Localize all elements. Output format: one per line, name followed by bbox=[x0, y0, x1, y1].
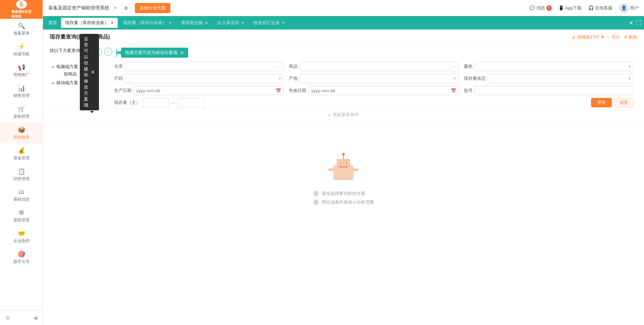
tab-close-all-btn[interactable]: ✕ bbox=[629, 20, 633, 26]
tooltip-dark-close[interactable]: ✕ bbox=[91, 69, 95, 75]
filter-label: 按以下方案查询 bbox=[50, 48, 80, 54]
expiry-date-input[interactable] bbox=[309, 86, 448, 95]
app-download-action[interactable]: 📱 App下载 bbox=[558, 5, 582, 11]
production-date-wrap: 📅 bbox=[133, 86, 283, 95]
settings-icon[interactable]: ⚙ bbox=[5, 315, 10, 321]
inventory-icon: 📦 bbox=[18, 126, 25, 133]
search-button[interactable]: 查询 bbox=[591, 98, 612, 107]
tab-close-inventory-dist[interactable]: ✕ bbox=[169, 21, 172, 25]
goods-dots-btn[interactable]: ··· bbox=[450, 62, 458, 71]
filter-section: 按以下方案查询 + 这里可以创建和修改方案哦 ✕ bbox=[43, 44, 644, 124]
stock-main-from-input[interactable] bbox=[143, 98, 169, 107]
sidebar-item-operation[interactable]: 📋 经营管理 bbox=[0, 164, 43, 185]
sidebar-item-company[interactable]: 🤝 企业协同 bbox=[0, 226, 43, 247]
sidebar-item-basic[interactable]: 🗂 基础信息 bbox=[0, 185, 43, 206]
sidebar-item-marketing[interactable]: 📢 营销推广 bbox=[0, 60, 43, 81]
filter-row-4: 现存量（主） — 查询 设置 bbox=[114, 98, 633, 107]
stock-main-label: 现存量（主） bbox=[114, 100, 140, 106]
page-header-actions: 🖨 按模板打印 ▼ ↑ 导出 ↺ 刷新 bbox=[572, 34, 637, 40]
warehouse-label: 仓库 bbox=[114, 63, 123, 69]
tab-close-inout-flow[interactable]: ✕ bbox=[241, 21, 244, 25]
system-icon: ⚙ bbox=[19, 209, 24, 216]
guide-icon: 🎯 bbox=[18, 251, 25, 258]
size-select-wrap: ▼ bbox=[125, 74, 283, 83]
expiry-date-cal-btn[interactable]: 📅 bbox=[448, 86, 458, 95]
experience-button[interactable]: 体验行业方案 bbox=[135, 3, 170, 13]
add-scheme-btn[interactable]: + 这里可以创建和修改方案哦 ✕ bbox=[83, 48, 91, 56]
message-action[interactable]: 💬 消息 9 bbox=[530, 5, 552, 11]
refresh-btn[interactable]: ↺ 刷新 bbox=[624, 34, 637, 40]
data-area: 1 请先选择要分析的方案 2 用过滤条件来缩小分析范围 bbox=[43, 124, 644, 232]
tab-batch-account[interactable]: 库存批次账 ✕ bbox=[177, 18, 212, 28]
goods-input[interactable] bbox=[300, 62, 450, 71]
tooltip-dark-container: 这里可以创建和修改方案哦 ✕ bbox=[80, 34, 99, 110]
tab-inventory-dist[interactable]: 现存量（库存分布表） ✕ bbox=[119, 18, 176, 28]
color-select-wrap: ▼ bbox=[475, 62, 633, 71]
tooltip-green-close[interactable]: ✕ bbox=[180, 50, 184, 55]
message-badge: 9 bbox=[546, 5, 552, 11]
warehouse-input[interactable] bbox=[125, 62, 275, 71]
stock-main-to-input[interactable] bbox=[178, 98, 204, 107]
inventory-status-select[interactable] bbox=[488, 74, 633, 83]
tab-close-inventory-status[interactable]: ✕ bbox=[111, 21, 114, 25]
batch-no-label: 批号 bbox=[464, 88, 473, 94]
sidebar-item-quick-nav[interactable]: ⚡ 快速导航 bbox=[0, 40, 43, 60]
empty-state: 1 请先选择要分析的方案 2 用过滤条件来缩小分析范围 bbox=[43, 125, 644, 232]
batch-no-input[interactable] bbox=[475, 86, 633, 95]
collapse-arrow-icon: ∧ bbox=[328, 112, 331, 117]
production-date-cal-btn[interactable]: 📅 bbox=[273, 86, 283, 95]
collapse-sidebar-icon[interactable]: ◀ bbox=[33, 315, 37, 321]
size-select[interactable] bbox=[125, 74, 283, 83]
collapse-row[interactable]: ∧ 收起更多条件 bbox=[50, 109, 637, 120]
print-btn[interactable]: 🖨 按模板打印 ▼ bbox=[572, 34, 605, 40]
header-right: 💬 消息 9 📱 App下载 🎧 在线客服 👤 用户 bbox=[530, 3, 639, 13]
stock-main-to-wrap bbox=[177, 98, 204, 107]
tab-home[interactable]: 首页 bbox=[46, 20, 60, 26]
production-date-label: 生产日期 bbox=[114, 88, 131, 94]
field-batch-no: 批号 bbox=[464, 86, 633, 95]
size-label: 尺码 bbox=[114, 75, 123, 82]
reset-button[interactable]: 设置 bbox=[614, 98, 633, 107]
tab-inventory-status[interactable]: 现存量（库存状况表） ✕ bbox=[61, 18, 118, 28]
sidebar-item-sales[interactable]: 📊 销售管理 bbox=[0, 81, 43, 102]
svg-point-4 bbox=[339, 162, 341, 164]
sidebar-item-search[interactable]: 🔍 搜索菜单 bbox=[0, 19, 43, 40]
sidebar-footer: ⚙ ◀ bbox=[0, 310, 43, 325]
empty-tips: 1 请先选择要分析的方案 2 用过滤条件来缩小分析范围 bbox=[313, 191, 374, 205]
warehouse-dots-btn[interactable]: ··· bbox=[275, 62, 283, 71]
online-service-action[interactable]: 🎧 在线客服 bbox=[588, 5, 612, 11]
svg-point-5 bbox=[345, 162, 347, 164]
tab-close-receive-summary[interactable]: ✕ bbox=[282, 21, 285, 25]
filter-row-2: 尺码 ▼ 产地 bbox=[114, 74, 633, 83]
empty-illustration bbox=[327, 152, 360, 185]
production-date-input[interactable] bbox=[134, 86, 273, 95]
origin-select[interactable] bbox=[300, 74, 458, 83]
mobile-icon: 📱 bbox=[558, 5, 564, 10]
tip-num-2: 2 bbox=[313, 199, 319, 205]
back-scheme-btn[interactable]: ← bbox=[104, 48, 112, 56]
stock-main-from-wrap bbox=[142, 98, 169, 107]
tab-maximize-btn[interactable]: ⛶ bbox=[636, 20, 641, 26]
sidebar-item-inventory[interactable]: 📦 库存核算 bbox=[0, 123, 43, 144]
field-warehouse: 仓库 ··· bbox=[114, 62, 283, 71]
color-select[interactable] bbox=[475, 62, 633, 71]
field-goods: 商品 ··· bbox=[289, 62, 458, 71]
export-btn[interactable]: ↑ 导出 bbox=[608, 34, 621, 40]
top-header: 装备及固定资产辅助管理系统 ▼ ⚙ 体验行业方案 💬 消息 9 📱 App下载 … bbox=[43, 0, 644, 16]
green-tooltip-area: 电脑方案可设为移动方案哦 ✕ bbox=[116, 48, 188, 58]
tab-close-batch-account[interactable]: ✕ bbox=[205, 21, 208, 25]
range-separator: — bbox=[171, 100, 175, 105]
tab-receive-summary[interactable]: 收发存汇总表 ✕ bbox=[250, 18, 289, 28]
system-dropdown-icon[interactable]: ▼ bbox=[113, 6, 117, 10]
message-icon: 💬 bbox=[530, 5, 535, 10]
tab-inout-flow[interactable]: 出入库流水 ✕ bbox=[213, 18, 248, 28]
field-stock-main: 现存量（主） — bbox=[114, 98, 204, 107]
settings-btn[interactable]: ⚙ bbox=[121, 3, 131, 13]
user-action[interactable]: 👤 用户 bbox=[619, 3, 639, 13]
sidebar-item-guide[interactable]: 🎯 新手引导 bbox=[0, 247, 43, 268]
sidebar-item-system[interactable]: ⚙ 系统管理 bbox=[0, 206, 43, 226]
basic-icon: 🗂 bbox=[18, 188, 24, 196]
sidebar-item-purchase[interactable]: 🛒 采购管理 bbox=[0, 102, 43, 123]
sidebar-item-finance[interactable]: 💰 资金管理 bbox=[0, 144, 43, 164]
empty-tip-2: 2 用过滤条件来缩小分析范围 bbox=[313, 199, 374, 205]
